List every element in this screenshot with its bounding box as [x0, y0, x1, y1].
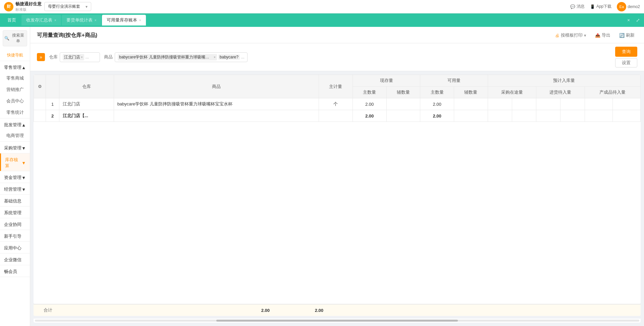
close-all-tabs-button[interactable]: × — [625, 17, 632, 24]
logo-text: 畅捷通好生意 标准版 — [15, 1, 42, 12]
sidebar-section-basics-header[interactable]: 基础信息 — [0, 195, 30, 206]
sidebar-section-system-header[interactable]: 系统管理 — [0, 206, 30, 218]
sidebar-item-members[interactable]: 会员中心 — [0, 95, 30, 107]
product-tag-1-close[interactable]: × — [214, 55, 216, 59]
tab-shoufacun[interactable]: 收发存汇总表 × — [21, 15, 61, 26]
table-container: ⚙ 仓库 商品 主计量 现存量 — [34, 75, 641, 304]
restore-window-button[interactable]: ⤢ — [635, 17, 641, 24]
sidebar-search-area: 🔍 搜索菜单 — [0, 27, 30, 50]
product-tag-2: babycare? — [218, 54, 240, 60]
subtotal-stock-aux — [386, 110, 420, 122]
sidebar-section-vip-header[interactable]: 畅会员 — [0, 265, 30, 277]
page-title-row: 可用量查询(按仓库+商品) 🖨 按模板打印 ▾ 📤 导出 🔄 刷新 — [37, 31, 637, 40]
row-purchase-aux — [512, 98, 536, 110]
page-title: 可用量查询(按仓库+商品) — [37, 32, 97, 39]
print-icon: 🖨 — [555, 33, 559, 38]
th-stock-aux-qty: 辅数量 — [386, 87, 420, 98]
chevron-down-icon-ops: ▼ — [21, 187, 26, 192]
top-bar-right: 💬 消息 📱 App下载 Ea demo2 — [570, 2, 640, 11]
sidebar-section-batch-header[interactable]: 批发管理 ▲ — [0, 119, 30, 130]
sidebar-section-app-center-header[interactable]: 应用中心 — [0, 242, 30, 253]
row-product: babycare学饮杯 儿童防摔防撞吸管杯重力球吸嘴杯宝宝水杯 — [114, 98, 319, 110]
filter-row: » 仓库 江北门店 × ... 商品 babycare学饮杯 儿童防摔防撞吸管杯… — [30, 43, 644, 71]
subtotal-warehouse: 江北门店【... — [59, 110, 114, 122]
footer-avail-main: 2.00 — [306, 308, 332, 313]
scrollbar-thumb[interactable] — [216, 320, 458, 322]
industry-selector[interactable]: 母婴行业演示账套 ▾ — [44, 2, 91, 11]
sidebar-section-finance: 资金管理 ▼ — [0, 171, 30, 183]
row-no: 1 — [46, 98, 59, 110]
footer-stock-main: 2.00 — [252, 308, 279, 313]
th-finished-pending: 产成品待入量 — [585, 87, 640, 98]
export-icon: 📤 — [595, 33, 600, 38]
subtotal-avail-main: 2.00 — [420, 110, 454, 122]
product-filter-input[interactable]: babycare学饮杯 儿童防摔防撞吸管杯重力球吸嘴杯宝宝水杯 × babyca… — [115, 52, 248, 62]
tab-home[interactable]: 首页 — [3, 15, 21, 26]
subtotal-checkbox — [34, 110, 46, 122]
sidebar-item-online-store[interactable]: 零售商城 — [0, 73, 30, 84]
tab-yaohuo[interactable]: 要货单统计表 × — [62, 15, 101, 26]
sidebar-section-enterprise-collab: 企业协同 — [0, 218, 30, 230]
data-table: ⚙ 仓库 商品 主计量 现存量 — [34, 75, 641, 122]
warehouse-filter-input[interactable]: 江北门店 × ... — [60, 52, 100, 62]
chevron-up-icon-2: ▲ — [21, 123, 26, 128]
sidebar-item-ecommerce[interactable]: 电商管理 — [0, 130, 30, 141]
warehouse-tag: 江北门店 × — [63, 54, 84, 60]
row-unit: 个 — [319, 98, 353, 110]
subtotal-avail-aux — [454, 110, 488, 122]
search-menu-button[interactable]: 🔍 搜索菜单 — [3, 30, 27, 46]
sidebar-section-inventory: 库存核算 ▼ — [0, 153, 30, 171]
table-row: 1 江北门店 babycare学饮杯 儿童防摔防撞吸管杯重力球吸嘴杯宝宝水杯 个… — [34, 98, 641, 110]
product-ellipsis: ... — [241, 55, 245, 59]
query-button[interactable]: 查询 — [615, 47, 637, 57]
sidebar-item-retail-stats[interactable]: 零售统计 — [0, 107, 30, 118]
sidebar-section-enterprise-collab-header[interactable]: 企业协同 — [0, 218, 30, 230]
subtotal-incoming-main — [536, 110, 560, 122]
export-button[interactable]: 📤 导出 — [592, 31, 613, 40]
row-incoming-main — [536, 98, 560, 110]
subtotal-finished-main — [585, 110, 612, 122]
chevron-down-icon-inventory: ▼ — [21, 160, 26, 166]
sidebar-section-basics: 基础信息 — [0, 195, 30, 206]
close-tab-shoufacun[interactable]: × — [54, 18, 56, 22]
sidebar-section-operations-header[interactable]: 经营管理 ▼ — [0, 183, 30, 194]
sidebar-section-finance-header[interactable]: 资金管理 ▼ — [0, 171, 30, 183]
print-template-button[interactable]: 🖨 按模板打印 ▾ — [552, 31, 589, 40]
scrollbar-track — [35, 320, 639, 322]
refresh-icon: 🔄 — [619, 33, 625, 38]
filter-actions-right: 查询 设置 — [615, 47, 637, 67]
chevron-down-icon-finance: ▼ — [21, 175, 26, 180]
subtotal-row: 2 江北门店【... 2.00 2.00 — [34, 110, 641, 122]
message-button[interactable]: 💬 消息 — [570, 4, 585, 9]
sidebar-item-marketing[interactable]: 营销推广 — [0, 84, 30, 95]
th-avail-aux-qty: 辅数量 — [454, 87, 488, 98]
tab-keyongliang[interactable]: 可用量库存账本 × — [102, 15, 146, 26]
close-tab-keyongliang[interactable]: × — [139, 18, 141, 22]
app-download-button[interactable]: 📱 App下载 — [590, 4, 611, 9]
filter-expand-button[interactable]: » — [37, 53, 45, 61]
warehouse-filter-field: 仓库 江北门店 × ... — [49, 52, 100, 62]
sidebar-section-zero-sales-header[interactable]: 零售管理 ▲ — [0, 61, 30, 73]
sidebar-section-purchase-header[interactable]: 采购管理 ▼ — [0, 142, 30, 153]
sidebar-section-newbie-header[interactable]: 新手引导 — [0, 230, 30, 241]
th-gear[interactable]: ⚙ — [34, 75, 46, 98]
close-tab-yaohuo[interactable]: × — [95, 18, 97, 22]
row-finished-aux — [612, 98, 640, 110]
sidebar-section-enterprise-wechat-header[interactable]: 企业微信 — [0, 253, 30, 265]
subtotal-product — [114, 110, 319, 122]
user-profile[interactable]: Ea demo2 — [617, 2, 640, 11]
nav-tabs: 首页 收发存汇总表 × 要货单统计表 × 可用量库存账本 × × ⤢ — [0, 13, 644, 27]
chevron-down-icon: ▾ — [86, 4, 88, 9]
th-purchase-in-transit: 采购在途量 — [488, 87, 536, 98]
warehouse-tag-close[interactable]: × — [81, 55, 83, 59]
settings-button[interactable]: 设置 — [615, 58, 637, 67]
horizontal-scrollbar[interactable] — [34, 319, 641, 323]
th-no — [46, 75, 59, 98]
product-tag-1: babycare学饮杯 儿童防摔防撞吸管杯重力球吸嘴杯宝宝水杯 × — [118, 54, 217, 60]
quick-nav-button[interactable]: 快捷导航 — [0, 50, 30, 61]
refresh-button[interactable]: 🔄 刷新 — [616, 31, 637, 40]
sidebar-section-inventory-header[interactable]: 库存核算 ▼ — [0, 153, 30, 171]
app-download-icon: 📱 — [590, 4, 595, 9]
sidebar-section-operations: 经营管理 ▼ — [0, 183, 30, 195]
sidebar-section-zero-sales: 零售管理 ▲ 零售商城 营销推广 会员中心 零售统计 — [0, 61, 30, 119]
